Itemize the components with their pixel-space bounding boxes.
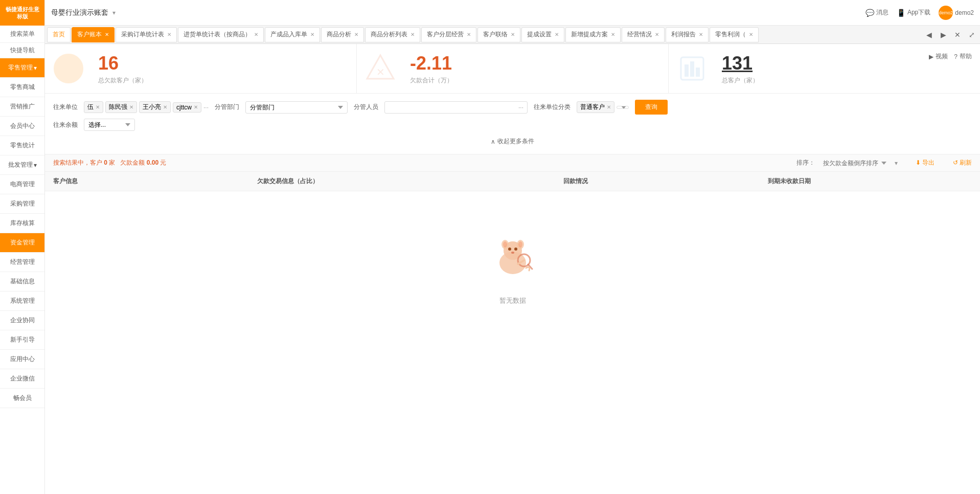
result-amount-prefix: 欠款金额 [120,159,145,166]
tab-prev-btn[interactable]: ◀ [923,29,935,41]
tab-close-icon[interactable]: ✕ [167,32,171,37]
sidebar-quick-nav[interactable]: 快捷导航 [0,43,44,58]
filter-tag-cjttcw-text: cjttcw [176,104,192,111]
tab-add-commission[interactable]: 新增提成方案 ✕ [565,27,621,42]
col-header-debt-info: 欠款交易信息（占比） [257,177,563,186]
sidebar-item-marketing[interactable]: 营销推广 [0,97,44,117]
tab-customer-ledger[interactable]: 客户账本 ✕ [72,27,115,42]
tab-product-analysis-list[interactable]: 商品分析列表 ✕ [365,27,420,42]
person-input[interactable] [384,101,528,114]
sort-label: 排序： [796,159,815,167]
sidebar-item-enterprise-collab[interactable]: 企业协同 [0,311,44,330]
tab-close-icon[interactable]: ✕ [105,32,109,37]
topbar-selector-arrow[interactable]: ▾ [112,9,116,16]
tab-close-icon[interactable]: ✕ [611,32,615,37]
sidebar-item-purchase-mgmt[interactable]: 采购管理 [0,194,44,214]
collapse-btn[interactable]: ∧ 收起更多条件 [53,135,972,148]
avatar: demo2 [939,6,953,20]
tab-operation-status[interactable]: 经营情况 ✕ [622,27,665,42]
sidebar-item-inventory-check[interactable]: 库存核算 [0,214,44,233]
sidebar-item-system-mgmt[interactable]: 系统管理 [0,291,44,311]
sidebar-item-retail-stats[interactable]: 零售统计 [0,136,44,155]
tab-product-stock-order[interactable]: 产成品入库单 ✕ [265,27,320,42]
filter-tag-wang-text: 王小亮 [143,103,161,111]
stat-label-debt: 欠款合计（万） [410,76,453,85]
home-tab-label: 首页 [53,30,65,39]
tab-home[interactable]: 首页 [47,27,71,42]
tab-profit-report[interactable]: 利润报告 ✕ [666,27,709,42]
sidebar-item-app-center[interactable]: 应用中心 [0,350,44,369]
tab-close-icon[interactable]: ✕ [699,32,703,37]
query-button[interactable]: 查询 [635,100,668,115]
tab-label: 商品分析列表 [371,30,407,39]
sidebar-search[interactable]: 搜索菜单 [0,26,44,43]
topbar-selector-label[interactable]: 母婴行业演示账套 [51,8,108,17]
sidebar-item-ecommerce-mgmt[interactable]: 电商管理 [0,175,44,194]
tab-customer-contact[interactable]: 客户联络 ✕ [477,27,520,42]
tab-close-icon[interactable]: ✕ [511,32,515,37]
filter-area: 往来单位 伍 ✕ 陈民强 ✕ 王小亮 ✕ cjttcw [45,94,980,154]
tab-product-analysis[interactable]: 商品分析 ✕ [321,27,364,42]
filter-tag-chen-close[interactable]: ✕ [129,104,133,110]
tab-close-icon[interactable]: ✕ [254,32,258,37]
tab-close-icon[interactable]: ✕ [411,32,415,37]
video-link[interactable]: ▶ 视频 [929,52,948,61]
tab-close-icon[interactable]: ✕ [749,32,753,37]
sidebar-item-retail-mall[interactable]: 零售商城 [0,78,44,97]
export-link[interactable]: ⬇ 导出 [916,159,935,167]
sidebar-item-wholesale-mgmt[interactable]: 批发管理 ▾ [0,155,44,175]
tab-close-icon[interactable]: ✕ [310,32,314,37]
svg-point-12 [503,241,507,248]
filter-tag-wu-close[interactable]: ✕ [96,104,100,110]
unit-type-select-arrow[interactable] [617,106,629,109]
message-icon: 💬 [865,9,874,17]
tab-next-btn[interactable]: ▶ [937,29,949,41]
stat-card-customers: ¥ 16 总欠款客户（家） [45,44,357,93]
dept-select[interactable]: 分管部门 [245,101,348,114]
sidebar-item-basic-info[interactable]: 基础信息 [0,272,44,291]
sidebar-item-enterprise-wechat[interactable]: 企业微信 [0,369,44,389]
tab-maximize-btn[interactable]: ⤢ [966,29,978,41]
filter-tag-cjttcw-close[interactable]: ✕ [194,104,198,110]
sidebar-item-business-mgmt[interactable]: 经营管理 [0,253,44,272]
stat-label-customers: 总欠款客户（家） [98,76,147,85]
tab-close-icon[interactable]: ✕ [655,32,659,37]
person-filter-label: 分管人员 [354,103,378,111]
tab-close-all-btn[interactable]: ✕ [951,29,964,41]
sidebar-item-member-center[interactable]: 会员中心 [0,117,44,136]
balance-select[interactable]: 选择... [84,119,135,131]
sidebar-item-retail-mgmt[interactable]: 零售管理 ▾ [0,58,44,78]
filter-tag-cjttcw: cjttcw ✕ [173,102,201,113]
messages-btn[interactable]: 💬 消息 [865,8,888,17]
svg-rect-5 [685,64,689,77]
filter-tag-normal-close[interactable]: ✕ [607,104,611,110]
search-result-actions: 排序： 按欠款金额倒序排序 ▾ ⬇ 导出 ↺ 刷新 [796,159,972,167]
user-avatar-btn[interactable]: demo2 demo2 [939,6,974,20]
svg-point-14 [508,248,511,251]
topbar-left: 母婴行业演示账套 ▾ [51,8,116,17]
sort-select[interactable]: 按欠款金额倒序排序 [823,160,886,167]
tab-retail-profit[interactable]: 零售利润（ ✕ [710,27,759,42]
sidebar-item-new-guide[interactable]: 新手引导 [0,330,44,350]
filter-tag-wang-close[interactable]: ✕ [163,104,167,110]
stat-bg-icon-1: ¥ [53,53,84,84]
tab-close-icon[interactable]: ✕ [467,32,471,37]
tab-close-icon[interactable]: ✕ [354,32,358,37]
chevron-icon: ▾ [34,64,37,72]
svg-rect-7 [696,68,700,77]
tab-label: 客户联络 [483,30,508,39]
sidebar-item-member-vip[interactable]: 畅会员 [0,389,44,408]
filter-more-btn[interactable]: ··· [203,104,209,111]
chevron-icon: ▾ [34,162,37,169]
col-header-repayment: 回款情况 [563,177,767,186]
tab-customer-tier[interactable]: 客户分层经营 ✕ [421,27,476,42]
tab-commission-settings[interactable]: 提成设置 ✕ [521,27,564,42]
tab-purchase-stats-by-product[interactable]: 进货单统计表（按商品） ✕ [178,27,264,42]
tab-purchase-order-stats[interactable]: 采购订单统计表 ✕ [116,27,177,42]
tab-close-icon[interactable]: ✕ [555,32,559,37]
refresh-link[interactable]: ↺ 刷新 [953,159,972,167]
help-link[interactable]: ? 帮助 [954,52,972,61]
app-download-btn[interactable]: 📱 App下载 [897,8,930,17]
sidebar-item-capital-mgmt[interactable]: 资金管理 [0,233,44,253]
page-content: ¥ 16 总欠款客户（家） ✕ -2.11 欠款合计（万） [45,44,980,494]
